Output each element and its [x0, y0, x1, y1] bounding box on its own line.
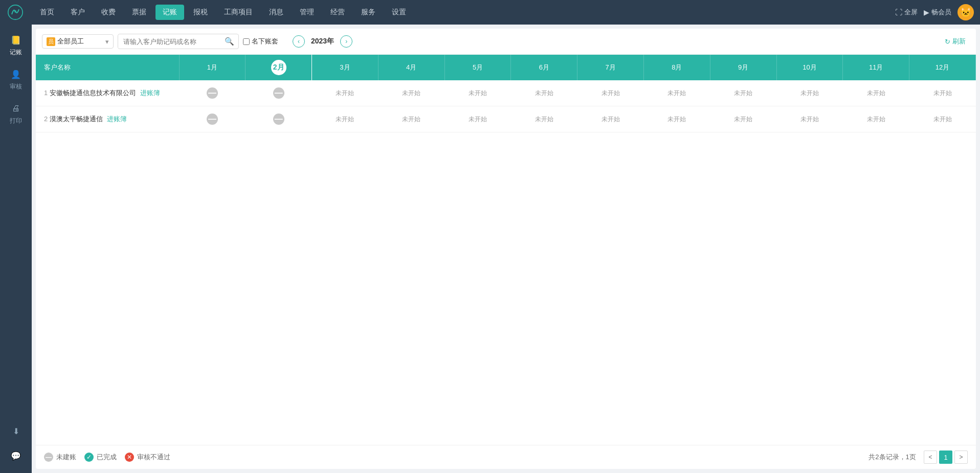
status-not-started-text: 未开始	[602, 89, 620, 97]
col-sep: 9月	[710, 55, 776, 80]
table-body: 1安徽畅捷通信息技术有限公司进账簿——未开始未开始未开始未开始未开始未开始未开始…	[36, 80, 976, 132]
enter-ledger-link[interactable]: 进账簿	[140, 89, 160, 97]
fullscreen-button[interactable]: ⛶ 全屏	[895, 8, 918, 17]
status-not-started-text: 未开始	[734, 116, 752, 123]
toolbar: 员 全部员工 ▾ 🔍 名下账套 ‹ 2023年 › ↻ 刷新	[36, 29, 976, 55]
search-button[interactable]: 🔍	[220, 34, 238, 49]
nav-client[interactable]: 客户	[63, 5, 92, 20]
cell-month-9: 未开始	[710, 80, 776, 106]
enter-ledger-link[interactable]: 进账簿	[107, 115, 127, 123]
nav-charge[interactable]: 收费	[94, 5, 123, 20]
cell-month-12: 未开始	[909, 80, 976, 106]
sidebar-item-download[interactable]: ⬇	[0, 420, 32, 442]
status-not-started-text: 未开始	[535, 89, 553, 97]
refresh-button[interactable]: ↻ 刷新	[941, 35, 970, 48]
status-not-started-text: 未开始	[933, 116, 952, 123]
sidebar-item-audit[interactable]: 👤 审核	[0, 63, 32, 95]
sidebar: 📒 记账 👤 审核 🖨 打印 ⬇ 💬	[0, 25, 32, 473]
next-page-button[interactable]: >	[954, 451, 968, 464]
status-not-started-text: 未开始	[469, 116, 487, 123]
fullscreen-icon: ⛶	[895, 8, 902, 16]
employee-select[interactable]: 员 全部员工 ▾	[42, 34, 114, 49]
search-wrap: 🔍	[118, 34, 239, 49]
sidebar-item-bookkeeping[interactable]: 📒 记账	[0, 29, 32, 61]
cell-month-6: 未开始	[511, 80, 577, 106]
client-name-text: 安徽畅捷通信息技术有限公司	[50, 89, 136, 97]
nav-menu: 首页 客户 收费 票据 记账 报税 工商项目 消息 管理 经营 服务 设置	[33, 5, 895, 20]
status-not-started-text: 未开始	[336, 116, 354, 123]
main-layout: 📒 记账 👤 审核 🖨 打印 ⬇ 💬 员 全部员工 ▾	[0, 25, 980, 473]
nav-bill[interactable]: 票据	[125, 5, 153, 20]
status-not-started-text: 未开始	[667, 116, 686, 123]
nav-settings[interactable]: 设置	[385, 5, 413, 20]
status-not-started-text: 未开始	[867, 116, 885, 123]
nav-operation[interactable]: 经营	[323, 5, 352, 20]
my-accounts-checkbox[interactable]	[243, 38, 250, 45]
legend-not-created-icon: —	[44, 453, 53, 462]
nav-service[interactable]: 服务	[354, 5, 383, 20]
nav-business[interactable]: 工商项目	[217, 5, 260, 20]
audit-icon: 👤	[8, 67, 24, 81]
prev-year-button[interactable]: ‹	[293, 35, 305, 48]
status-not-started-text: 未开始	[535, 116, 553, 123]
sidebar-bottom: ⬇ 💬	[0, 420, 32, 473]
nav-home[interactable]: 首页	[33, 5, 61, 20]
legend-rejected: ✕ 审核不通过	[125, 453, 170, 462]
year-label: 2023年	[311, 37, 334, 46]
search-input[interactable]	[118, 35, 220, 48]
legend-rejected-icon: ✕	[125, 453, 134, 462]
status-not-created-icon: —	[273, 114, 284, 125]
legend-completed: ✓ 已完成	[84, 453, 117, 462]
next-year-button[interactable]: ›	[340, 35, 352, 48]
sidebar-item-chat[interactable]: 💬	[0, 444, 32, 467]
col-dec: 12月	[909, 55, 976, 80]
nav-bookkeeping[interactable]: 记账	[155, 5, 184, 20]
prev-page-button[interactable]: <	[924, 451, 937, 464]
current-page: 1	[939, 451, 952, 464]
cell-client-name: 2漠澳太平畅捷通信进账簿	[36, 106, 179, 132]
cell-client-name: 1安徽畅捷通信息技术有限公司进账簿	[36, 80, 179, 106]
cell-month-9: 未开始	[710, 106, 776, 132]
cell-month-1: —	[179, 106, 246, 132]
dropdown-arrow-icon: ▾	[105, 38, 109, 46]
nav-manage[interactable]: 管理	[293, 5, 321, 20]
status-not-created-icon: —	[207, 87, 218, 99]
footer: — 未建账 ✓ 已完成 ✕ 审核不通过 共2条记录，1页 < 1 >	[36, 445, 976, 469]
svg-point-1	[14, 10, 17, 13]
row-index: 1	[44, 89, 48, 97]
status-not-started-text: 未开始	[667, 89, 686, 97]
user-avatar[interactable]: 🐱	[957, 4, 974, 20]
cell-month-11: 未开始	[843, 106, 909, 132]
status-not-created-icon: —	[273, 87, 284, 99]
table-wrap: 客户名称 1月 2月 3月 4月 5月 6月 7月 8月	[36, 55, 976, 445]
col-feb: 2月	[246, 55, 312, 80]
status-not-created-icon: —	[207, 114, 218, 125]
top-navigation: 首页 客户 收费 票据 记账 报税 工商项目 消息 管理 经营 服务 设置 ⛶ …	[0, 0, 980, 25]
table-header-row: 客户名称 1月 2月 3月 4月 5月 6月 7月 8月	[36, 55, 976, 80]
col-jul: 7月	[577, 55, 644, 80]
status-not-started-text: 未开始	[867, 89, 885, 97]
col-aug: 8月	[643, 55, 710, 80]
download-icon: ⬇	[8, 424, 24, 438]
cell-month-3: 未开始	[312, 106, 378, 132]
cell-month-11: 未开始	[843, 80, 909, 106]
member-button[interactable]: ▶ 畅会员	[924, 8, 951, 17]
status-not-started-text: 未开始	[933, 89, 952, 97]
status-not-started-text: 未开始	[402, 89, 420, 97]
sidebar-item-print[interactable]: 🖨 打印	[0, 97, 32, 129]
refresh-icon: ↻	[945, 38, 950, 46]
nav-tax[interactable]: 报税	[186, 5, 215, 20]
client-name-text: 漠澳太平畅捷通信	[50, 115, 103, 123]
my-accounts-checkbox-wrap[interactable]: 名下账套	[243, 37, 278, 46]
status-not-started-text: 未开始	[336, 89, 354, 97]
status-not-started-text: 未开始	[734, 89, 752, 97]
chat-icon: 💬	[8, 448, 24, 463]
cell-month-6: 未开始	[511, 106, 577, 132]
cell-month-4: 未开始	[378, 80, 444, 106]
nav-message[interactable]: 消息	[262, 5, 291, 20]
year-navigation: ‹ 2023年 ›	[293, 35, 352, 48]
member-icon: ▶	[924, 8, 929, 16]
cell-month-2: —	[246, 80, 312, 106]
cell-month-2: —	[246, 106, 312, 132]
main-table: 客户名称 1月 2月 3月 4月 5月 6月 7月 8月	[36, 55, 976, 132]
